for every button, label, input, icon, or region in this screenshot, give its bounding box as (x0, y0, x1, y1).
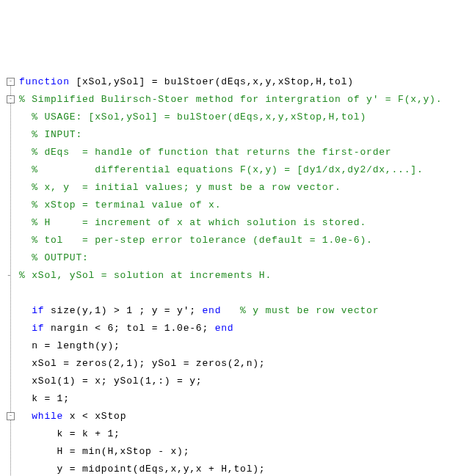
keyword-if-1: if (32, 305, 44, 316)
line-17: xSol = zeros(2,1); ySol = zeros(2,n); (19, 358, 265, 369)
fold-box-comment-block[interactable]: - (7, 95, 15, 103)
fold-box-function[interactable]: - (7, 78, 15, 86)
comment-line-7: % x, y = initial values; y must be a row… (19, 182, 341, 193)
line-23: y = midpoint(dEqs,x,y,x + H,tol); (19, 464, 265, 475)
line-21: k = k + 1; (19, 428, 120, 439)
line-14-comment: % y must be row vector (221, 305, 379, 316)
fold-tick: - (7, 271, 15, 279)
fold-box-while[interactable]: - (7, 412, 15, 420)
comment-line-10: % tol = per-step error tolerance (defaul… (19, 235, 373, 246)
line-14-a: size(y,1) > 1 ; y = y'; (44, 305, 202, 316)
comment-line-12: % xSol, ySol = solution at increments H. (19, 270, 272, 281)
line-15-a: nargin < 6; tol = 1.0e-6; (44, 323, 214, 334)
line-1-signature: [xSol,ySol] = bulStoer(dEqs,x,y,xStop,H,… (70, 76, 354, 87)
line-16: n = length(y); (19, 340, 120, 351)
keyword-end-1: end (202, 305, 221, 316)
keyword-if-2: if (32, 323, 44, 334)
comment-line-4: % INPUT: (19, 129, 82, 140)
comment-line-9: % H = increment of x at which solution i… (19, 217, 366, 228)
keyword-function: function (19, 76, 70, 87)
comment-line-11: % OUTPUT: (19, 252, 89, 263)
comment-line-8: % xStop = terminal value of x. (19, 199, 221, 210)
line-18: xSol(1) = x; ySol(1,:) = y; (19, 376, 202, 387)
comment-line-6: % differential equations F(x,y) = [dy1/d… (19, 164, 423, 175)
fold-gutter: - - - - (0, 73, 15, 214)
comment-line-5: % dEqs = handle of function that returns… (19, 147, 391, 158)
line-20-rest: x < xStop (63, 411, 126, 422)
line-22: H = min(H,xStop - x); (19, 446, 189, 457)
comment-line-2: % Simplified Bulirsch-Stoer method for i… (19, 94, 442, 105)
keyword-end-2: end (215, 323, 234, 334)
code-block: function [xSol,ySol] = bulStoer(dEqs,x,y… (15, 73, 442, 476)
comment-line-3: % USAGE: [xSol,ySol] = bulStoer(dEqs,x,y… (19, 111, 366, 122)
keyword-while: while (32, 411, 63, 422)
line-19: k = 1; (19, 393, 70, 404)
